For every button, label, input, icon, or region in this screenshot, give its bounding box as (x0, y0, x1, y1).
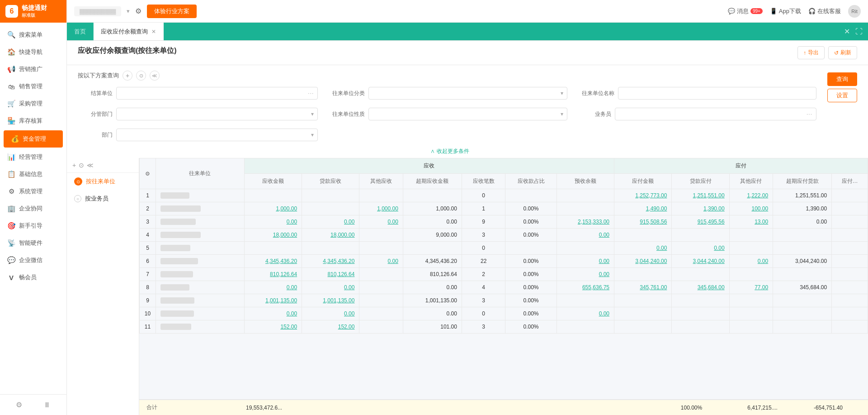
sidebar-item-smart-hw[interactable]: 📡 智能硬件 (0, 234, 66, 252)
top-header: ▓▓▓▓▓▓▓▓▓▓ ▾ ⚙ 体验行业方案 💬 消息 99+ 📱 App下载 🎧… (67, 0, 868, 23)
inventory-icon: 🏪 (7, 117, 15, 125)
breadcrumb: ▓▓▓▓▓▓▓▓▓▓ (74, 6, 121, 16)
footer-label: 合计 (146, 404, 174, 411)
sidebar-item-wechat[interactable]: 💬 企业微信 (0, 252, 66, 269)
table-section: ⚙ 往来单位 应收 应付 应收金额 贷款应收 其他应收 超期应收金额 (139, 158, 868, 415)
filter-input-jsdw[interactable]: ··· (116, 87, 318, 100)
sidebar-item-guide[interactable]: 🎯 新手引导 (0, 217, 66, 234)
pause-footer-icon[interactable]: ⏸ (42, 399, 52, 411)
footer-ar-total: 19,553,472.6... (246, 405, 282, 411)
footer-ap-total: -654,751.40 (814, 405, 843, 411)
sidebar-item-label: 企业协同 (19, 205, 42, 213)
collapse-filter-button[interactable]: ∧ 收起更多条件 (78, 145, 822, 158)
filter-label-sales: 业务员 (582, 110, 611, 118)
home-icon: 🏠 (7, 48, 15, 56)
export-button[interactable]: ↑ 导出 (797, 46, 825, 59)
query-button[interactable]: 查询 (827, 72, 857, 86)
message-label: 消息 (737, 7, 749, 15)
sidebar-item-member[interactable]: V 畅会员 (0, 269, 66, 286)
unit-cell (156, 202, 245, 215)
setting-button[interactable]: 设置 (827, 89, 857, 102)
th-ar-group: 应收 (244, 158, 614, 174)
filter-section: 按以下方案查询 + ⊙ ≪ 结算单位 ··· (67, 65, 868, 158)
table-footer: 合计 19,553,472.6... 100.00% 6,417,215....… (139, 399, 868, 415)
th-ar-other: 其他应收 (359, 174, 403, 189)
close-window-icon[interactable]: ✕ (844, 27, 850, 36)
lqp-item-by-salesperson[interactable]: ○ 按业务员 (67, 190, 139, 207)
tab-bar: 首页 应收应付余额查询 ✕ ✕ ⛶ (67, 23, 868, 41)
user-avatar[interactable]: Rit (848, 5, 861, 18)
service-icon: 🎧 (808, 8, 816, 14)
tab-home-label: 首页 (74, 28, 86, 36)
table-row: 11 152.00152.00101.0030.00% (140, 320, 868, 334)
th-ap-other: 其他应付 (729, 174, 773, 189)
lqp-settings-icon[interactable]: ⊙ (79, 162, 84, 169)
sales-icon: 🛍 (7, 82, 15, 91)
sidebar-item-basic-info[interactable]: 📋 基础信息 (0, 166, 66, 183)
message-badge: 99+ (750, 8, 763, 14)
message-button[interactable]: 💬 消息 99+ (728, 7, 763, 15)
th-gear[interactable]: ⚙ (140, 158, 156, 189)
sidebar-item-search[interactable]: 🔍 搜索菜单 (0, 26, 66, 43)
header-settings-icon[interactable]: ⚙ (135, 7, 142, 15)
wechat-icon: 💬 (7, 256, 15, 264)
sidebar-item-marketing[interactable]: 📢 营销推广 (0, 61, 66, 78)
sidebar-item-quick-nav[interactable]: 🏠 快捷导航 (0, 43, 66, 61)
settings-footer-icon[interactable]: ⚙ (14, 399, 24, 411)
filter-label-uc: 往来单位分类 (332, 90, 365, 97)
refresh-button[interactable]: ↺ 刷新 (828, 46, 857, 59)
sidebar-item-inventory[interactable]: 🏪 库存核算 (0, 112, 66, 129)
sidebar-footer: ⚙ ⏸ (0, 394, 66, 415)
sidebar-item-sales[interactable]: 🛍 销售管理 (0, 78, 66, 95)
th-ar-ratio: 应收款占比 (505, 174, 557, 189)
table-row: 2 1,000.001,000.001,000.0010.00%1,490.00… (140, 202, 868, 215)
app-download-button[interactable]: 📱 App下载 (770, 7, 801, 15)
tab-home[interactable]: 首页 (67, 23, 94, 40)
export-icon: ↑ (803, 50, 806, 56)
filter-main-dept: 部门 ▾ (78, 127, 323, 143)
sidebar-item-label: 库存核算 (19, 117, 42, 125)
purchase-icon: 🛒 (7, 100, 15, 108)
sidebar-item-operation[interactable]: 📊 经营管理 (0, 148, 66, 166)
filter-input-un[interactable] (618, 87, 816, 100)
chevron-down-icon[interactable]: ▾ (127, 8, 130, 14)
unit-cell (156, 281, 245, 294)
lqp-item-by-unit[interactable]: ⊙ 按往来单位 (67, 173, 139, 190)
lqp-collapse-icon[interactable]: ≪ (87, 162, 94, 169)
sidebar-item-enterprise[interactable]: 🏢 企业协同 (0, 200, 66, 217)
filter-input-dept[interactable]: ▾ (116, 108, 318, 120)
th-ar-prepay: 预收余额 (557, 174, 614, 189)
filter-label-nature: 往来单位性质 (332, 110, 365, 118)
filter-input-maindept[interactable]: ▾ (116, 129, 318, 141)
table-row: 4 18,000.0018,000.009,000.0030.00%0.00 (140, 229, 868, 242)
unit-cell (156, 320, 245, 334)
filter-jiesuandanwei: 结算单位 ··· (78, 85, 323, 101)
filter-input-nature[interactable]: ▾ (368, 108, 567, 120)
header-actions: 💬 消息 99+ 📱 App下载 🎧 在线客服 Rit (728, 5, 861, 18)
sidebar-menu: 🔍 搜索菜单 🏠 快捷导航 📢 营销推广 🛍 销售管理 🛒 采购管理 🏪 库存核… (0, 23, 66, 394)
sidebar-item-finance[interactable]: 💰 资金管理 (4, 130, 63, 148)
filter-input-uc[interactable]: ▾ (368, 87, 567, 100)
tab-close-icon[interactable]: ✕ (151, 29, 156, 35)
tab-ar-label: 应收应付余额查询 (101, 28, 148, 36)
online-service-button[interactable]: 🎧 在线客服 (808, 7, 841, 15)
unit-cell (156, 189, 245, 202)
sidebar: 6 畅捷通财 标准版 🔍 搜索菜单 🏠 快捷导航 📢 营销推广 🛍 销售管理 🛒… (0, 0, 67, 415)
th-ar-count: 应收笔数 (462, 174, 505, 189)
sidebar-item-label: 搜索菜单 (19, 31, 42, 39)
maximize-icon[interactable]: ⛶ (855, 28, 863, 36)
th-ar-loan: 贷款应收 (302, 174, 359, 189)
filter-add-button[interactable]: + (123, 71, 132, 81)
filter-collapse-icon[interactable]: ≪ (150, 71, 160, 81)
tab-ar-query[interactable]: 应收应付余额查询 ✕ (94, 23, 164, 40)
footer-ar-prepay: 6,417,215.... (747, 405, 778, 411)
promo-button[interactable]: 体验行业方案 (147, 5, 197, 18)
sidebar-item-system[interactable]: ⚙ 系统管理 (0, 183, 66, 200)
unit-cell (156, 294, 245, 307)
table-gear-icon[interactable]: ⚙ (145, 171, 150, 177)
lqp-add-icon[interactable]: + (72, 162, 76, 169)
filter-settings-icon[interactable]: ⊙ (136, 71, 146, 81)
sidebar-item-purchase[interactable]: 🛒 采购管理 (0, 95, 66, 112)
unit-cell (156, 229, 245, 242)
filter-input-sales[interactable]: ··· (615, 108, 816, 120)
